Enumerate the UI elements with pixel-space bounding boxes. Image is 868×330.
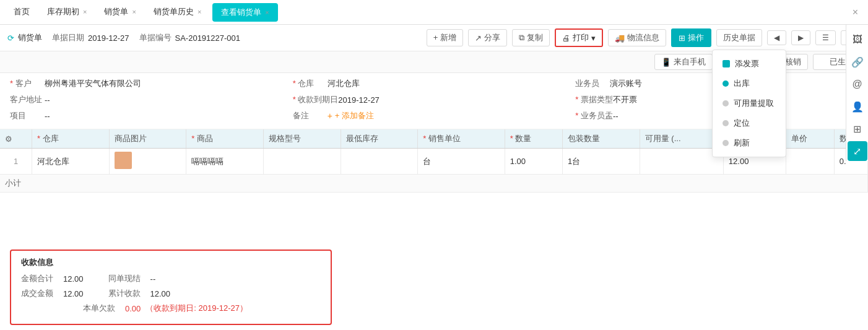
row-num: 1 xyxy=(0,149,32,175)
refresh-icon xyxy=(723,140,729,146)
ticket-label: 票据类型 xyxy=(575,94,613,105)
address-value: -- xyxy=(45,95,293,105)
th-warehouse: 仓库 xyxy=(32,129,109,149)
refresh-label: 刷新 xyxy=(734,137,750,149)
copy-icon: ⧉ xyxy=(519,33,524,43)
close-tab-sales-history[interactable]: × xyxy=(197,8,201,15)
tab-sales[interactable]: 销货单 × xyxy=(95,0,144,25)
next-button[interactable]: ▶ xyxy=(791,30,810,45)
product-image xyxy=(115,152,132,169)
locate-icon xyxy=(723,120,729,126)
document-header: ⟳ 销货单 单据日期 2019-12-27 单据编号 SA-20191227-0… xyxy=(0,25,868,51)
locate-label: 定位 xyxy=(734,118,750,129)
menu-add-invoice[interactable]: 添发票 xyxy=(713,54,786,74)
sidebar-grid-icon[interactable]: ⊞ xyxy=(848,119,867,139)
add-invoice-icon xyxy=(723,60,730,67)
due-note: （收款到期日: 2019-12-27） xyxy=(145,303,248,314)
print-button[interactable]: 🖨 打印 ▾ xyxy=(555,28,603,47)
project-value: -- xyxy=(45,111,293,121)
th-price: 单价 xyxy=(786,129,835,149)
operation-dropdown-menu: 添发票 出库 可用量提取 定位 刷新 xyxy=(712,50,786,157)
add-invoice-label: 添发票 xyxy=(735,58,759,69)
from-phone-button[interactable]: 📱 来自手机 xyxy=(654,54,713,70)
share-button[interactable]: ↗ 分享 xyxy=(468,29,507,46)
document-title-area: ⟳ 销货单 xyxy=(7,32,42,43)
row-pack-qty: 1台 xyxy=(563,149,640,175)
sales-order-icon: ⟳ xyxy=(7,33,14,43)
outbound-label: 出库 xyxy=(734,78,750,89)
from-phone-label: 来自手机 xyxy=(674,56,706,67)
quantity-icon xyxy=(723,100,729,106)
window-close-button[interactable]: × xyxy=(848,7,863,18)
copy-button[interactable]: ⧉ 复制 xyxy=(512,29,550,46)
menu-refresh[interactable]: 刷新 xyxy=(713,133,786,153)
sidebar-link-icon[interactable]: 🔗 xyxy=(848,52,867,72)
tab-view-sales[interactable]: 查看销货单 × xyxy=(212,3,277,22)
payment-info-section: 收款信息 金额合计 12.00 同单现结 -- 成交金额 12.00 累计收款 … xyxy=(10,250,332,325)
payment-row-2: 成交金额 12.00 累计收款 12.00 xyxy=(21,288,321,299)
row-qty: 1.00 xyxy=(505,149,562,175)
salesperson-label: 业务员 xyxy=(575,78,610,89)
cumulative-label: 累计收款 xyxy=(108,288,145,299)
payment-row-3: 本单欠款 0.00 （收款到期日: 2019-12-27） xyxy=(21,303,321,314)
row-unit: 台 xyxy=(418,149,505,175)
note-label: 备注 xyxy=(293,110,328,121)
sidebar-user-icon[interactable]: 👤 xyxy=(848,97,867,116)
address-label: 客户地址 xyxy=(10,94,45,105)
th-qty: 数量 xyxy=(505,129,562,149)
note-field: 备注 + + 添加备注 xyxy=(293,110,576,121)
same-order-item: 同单现结 -- xyxy=(108,273,156,284)
project-label: 项目 xyxy=(10,110,45,121)
menu-outbound[interactable]: 出库 xyxy=(713,74,786,93)
close-tab-inventory[interactable]: × xyxy=(83,8,87,15)
copy-label: 复制 xyxy=(527,32,543,43)
gear-icon[interactable]: ⚙ xyxy=(5,134,12,144)
menu-quantity[interactable]: 可用量提取 xyxy=(713,93,786,113)
address-field: 客户地址 -- xyxy=(10,94,293,105)
toolbar: + 新增 ↗ 分享 ⧉ 复制 🖨 打印 ▾ 🚚 物流信息 ⊞ 操作 xyxy=(427,28,861,47)
history-button[interactable]: 历史单据 xyxy=(716,29,762,46)
plus-icon: + xyxy=(328,111,332,121)
doc-date-field: 单据日期 2019-12-27 xyxy=(52,32,129,43)
close-tab-view-sales[interactable]: × xyxy=(265,9,269,16)
note-add-label: + 添加备注 xyxy=(335,110,374,121)
subtotal-label: 小计 xyxy=(0,175,868,193)
new-button[interactable]: + 新增 xyxy=(427,29,463,46)
right-sidebar: 🖼 🔗 @ 👤 ⊞ ⤢ xyxy=(846,25,868,161)
doc-no-value: SA-20191227-001 xyxy=(175,33,241,43)
sidebar-expand-icon[interactable]: ⤢ xyxy=(848,141,867,161)
close-tab-sales[interactable]: × xyxy=(132,8,136,15)
note-add-button[interactable]: + + 添加备注 xyxy=(328,110,374,121)
transaction-label: 成交金额 xyxy=(21,288,58,299)
prev-button[interactable]: ◀ xyxy=(767,30,786,45)
tab-inventory[interactable]: 库存期初 × xyxy=(38,0,95,25)
payment-info-title: 收款信息 xyxy=(21,257,321,268)
logistics-label: 物流信息 xyxy=(627,32,659,43)
cumulative-item: 累计收款 12.00 xyxy=(108,288,171,299)
cumulative-value: 12.00 xyxy=(150,289,171,298)
th-product-img: 商品图片 xyxy=(109,129,186,149)
sidebar-at-icon[interactable]: @ xyxy=(848,74,867,94)
amount-label: 金额合计 xyxy=(21,273,58,284)
logistics-icon: 🚚 xyxy=(615,33,625,43)
menu-locate[interactable]: 定位 xyxy=(713,113,786,133)
customer-label: 客户 xyxy=(10,78,45,89)
warehouse-value: 河北仓库 xyxy=(328,78,576,89)
print-label: 打印 xyxy=(573,32,589,43)
main-content: ⟳ 销货单 单据日期 2019-12-27 单据编号 SA-20191227-0… xyxy=(0,25,868,330)
th-product: 商品 xyxy=(186,129,264,149)
tab-sales-history[interactable]: 销货单历史 × xyxy=(145,0,210,25)
tab-bar: 首页 库存期初 × 销货单 × 销货单历史 × 查看销货单 × × xyxy=(0,0,868,25)
logistics-button[interactable]: 🚚 物流信息 xyxy=(608,29,666,46)
row-warehouse: 河北仓库 xyxy=(32,149,109,175)
th-unit: 销售单位 xyxy=(418,129,505,149)
view-toggle-list[interactable]: ☰ xyxy=(815,30,836,45)
th-gear[interactable]: ⚙ xyxy=(0,129,32,149)
operation-button[interactable]: ⊞ 操作 xyxy=(671,28,711,47)
customer-field: 客户 柳州粤港平安气体有限公司 xyxy=(10,78,293,89)
transaction-item: 成交金额 12.00 xyxy=(21,288,84,299)
effective-check-icon: ✓ xyxy=(820,57,827,67)
sidebar-image-icon[interactable]: 🖼 xyxy=(848,30,867,50)
transaction-value: 12.00 xyxy=(63,289,84,298)
tab-home[interactable]: 首页 xyxy=(5,0,38,25)
